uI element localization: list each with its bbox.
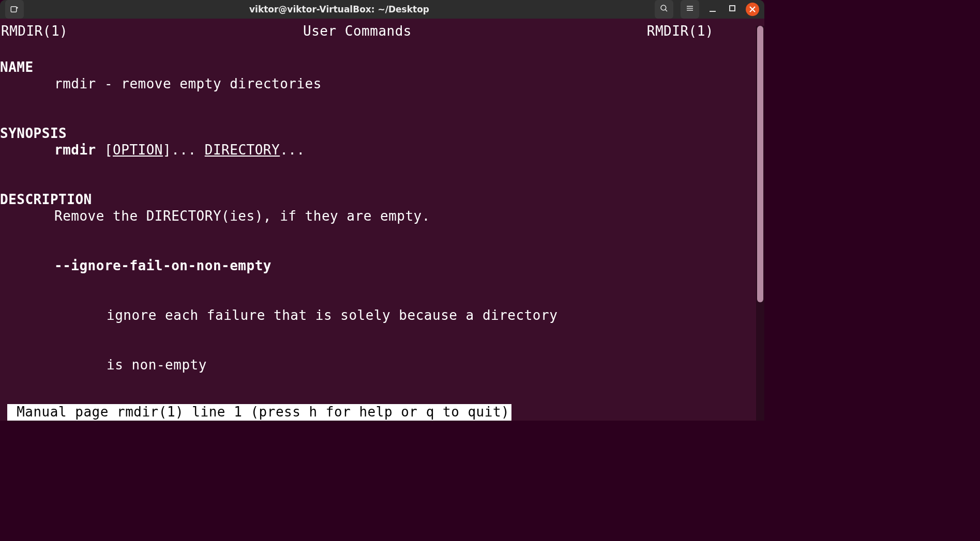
close-icon (749, 4, 756, 14)
section-heading-synopsis: SYNOPSIS (0, 126, 67, 141)
man-status-line: Manual page rmdir(1) line 1 (press h for… (7, 404, 511, 421)
search-button[interactable] (655, 0, 673, 19)
section-heading-name: NAME (0, 59, 34, 75)
minimize-icon (706, 2, 719, 17)
name-line: rmdir - remove empty directories (0, 76, 738, 92)
svg-rect-0 (11, 7, 17, 12)
close-button[interactable] (746, 3, 759, 16)
hamburger-icon (685, 4, 695, 15)
terminal-viewport[interactable]: RMDIR(1) User Commands RMDIR(1) NAME rmd… (0, 19, 764, 421)
search-icon (659, 4, 669, 15)
synopsis-line: rmdir [OPTION]... DIRECTORY... (0, 142, 738, 159)
scrollbar-thumb[interactable] (757, 26, 763, 302)
terminal-window: viktor@viktor-VirtualBox: ~/Desktop (0, 0, 764, 421)
new-tab-button[interactable] (5, 0, 24, 19)
man-header-center: User Commands (303, 23, 412, 40)
man-header-row: RMDIR(1) User Commands RMDIR(1) (0, 19, 738, 40)
man-header-right: RMDIR(1) (647, 23, 714, 40)
minimize-button[interactable] (706, 3, 719, 16)
synopsis-close: ]... (163, 142, 205, 158)
maximize-icon (726, 2, 738, 17)
synopsis-option: OPTION (113, 142, 163, 158)
option-ignore-fail-desc-2: is non-empty (0, 357, 738, 374)
scrollbar[interactable] (756, 26, 764, 421)
synopsis-trail: ... (280, 142, 305, 158)
description-line: Remove the DIRECTORY(ies), if they are e… (0, 208, 738, 225)
option-ignore-fail-flag: --ignore-fail-on-non-empty (0, 258, 738, 274)
synopsis-open: [ (96, 142, 113, 158)
hamburger-menu-button[interactable] (681, 0, 699, 19)
svg-line-4 (665, 9, 667, 11)
synopsis-directory: DIRECTORY (205, 142, 280, 158)
window-title: viktor@viktor-VirtualBox: ~/Desktop (249, 4, 429, 14)
man-header-left: RMDIR(1) (1, 23, 68, 40)
titlebar: viktor@viktor-VirtualBox: ~/Desktop (0, 0, 764, 19)
maximize-button[interactable] (726, 3, 738, 16)
section-heading-description: DESCRIPTION (0, 192, 92, 207)
man-body: NAME rmdir - remove empty directories SY… (0, 40, 738, 421)
svg-rect-9 (730, 6, 735, 11)
option-ignore-fail-desc-1: ignore each failure that is solely becau… (0, 307, 738, 324)
synopsis-cmd: rmdir (54, 142, 96, 158)
